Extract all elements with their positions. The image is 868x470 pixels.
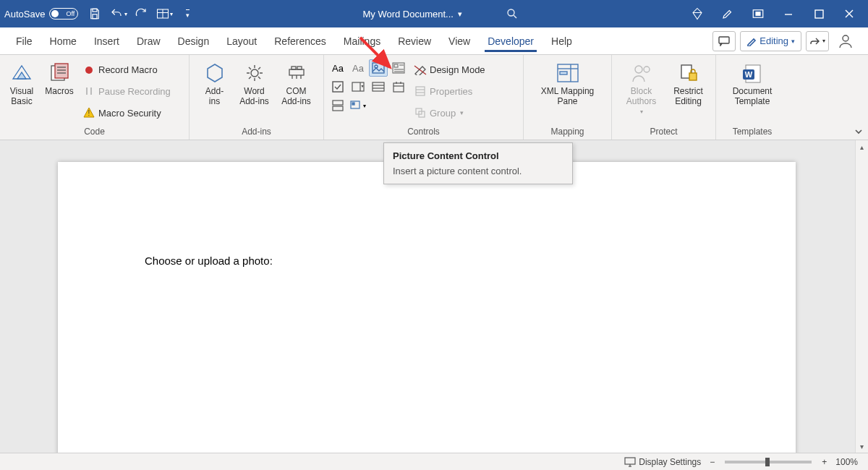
collapse-ribbon-icon[interactable] [854,127,864,137]
table-icon[interactable]: ▾ [153,3,175,25]
document-area: Choose or upload a photo: [0,140,855,453]
tab-review[interactable]: Review [389,27,440,54]
tab-developer[interactable]: Developer [479,27,542,54]
tooltip-body: Insert a picture content control. [393,166,563,176]
document-page[interactable]: Choose or upload a photo: [58,162,796,453]
comments-button[interactable] [712,31,736,51]
close-button[interactable] [835,3,864,25]
warning-icon: ! [82,106,95,119]
scroll-up-icon[interactable]: ▴ [856,140,868,153]
ribbon: Visual Basic Macros Record Macro Pause R… [0,55,868,140]
tab-layout[interactable]: Layout [218,27,265,54]
tab-file[interactable]: File [7,27,41,54]
qat-customize-icon[interactable]: ▾ [176,3,198,25]
repeating-section-icon[interactable] [328,97,347,114]
block-authors-icon [629,61,654,85]
svg-rect-1 [93,14,97,19]
word-template-icon: W [740,61,765,85]
tab-draw[interactable]: Draw [128,27,169,54]
com-addins-icon [284,61,309,85]
brush-icon[interactable] [713,3,742,25]
status-bar: Display Settings − + 100% [0,453,868,470]
save-icon[interactable] [84,3,106,25]
tab-mailings[interactable]: Mailings [335,27,389,54]
ribbon-mode-icon[interactable] [744,3,773,25]
zoom-in-button[interactable]: + [822,457,827,467]
gear-icon [242,61,267,85]
svg-text:W: W [745,70,753,79]
svg-rect-39 [333,82,343,92]
dropdown-control-icon[interactable] [369,78,388,95]
svg-point-64 [644,67,650,72]
redo-icon[interactable] [130,3,152,25]
pencil-icon [746,36,757,46]
zoom-slider[interactable] [725,461,812,463]
svg-rect-62 [560,72,567,74]
chevron-down-icon: ▾ [458,9,462,19]
zoom-level[interactable]: 100% [835,457,858,467]
tab-insert[interactable]: Insert [85,27,128,54]
legacy-tools-icon[interactable]: ▾ [349,97,367,114]
com-addins-button[interactable]: COM Add-ins [276,58,318,125]
search-icon[interactable] [506,7,519,20]
lock-icon [676,61,701,85]
group-button: Group▾ [412,104,501,121]
svg-rect-35 [394,64,398,67]
diamond-icon[interactable] [683,3,712,25]
account-icon[interactable] [833,33,858,49]
svg-rect-14 [719,37,729,43]
undo-icon[interactable]: ▾ [107,3,129,25]
macros-button[interactable]: Macros [41,58,78,125]
rich-text-control-icon[interactable]: Aa [328,59,347,77]
svg-point-25 [251,69,258,77]
scroll-down-icon[interactable]: ▾ [856,440,868,453]
tooltip-title: Picture Content Control [393,150,563,161]
display-settings-button[interactable]: Display Settings [624,457,701,467]
svg-rect-17 [55,64,68,78]
document-title[interactable]: My Word Document... ▾ [362,9,461,20]
tab-references[interactable]: References [265,27,335,54]
maximize-button[interactable] [804,3,833,25]
pause-recording-button: Pause Recording [81,82,176,100]
xml-mapping-button[interactable]: XML Mapping Pane [532,58,604,125]
monitor-icon [624,457,636,467]
macro-security-button[interactable]: !Macro Security [81,104,176,121]
svg-text:!: ! [88,109,90,117]
minimize-button[interactable] [774,3,803,25]
svg-rect-71 [625,458,635,464]
editing-mode-button[interactable]: Editing ▾ [740,31,801,51]
restrict-editing-button[interactable]: Restrict Editing [666,58,711,125]
hexagon-icon [203,61,227,85]
design-mode-button[interactable]: Design Mode [412,61,501,79]
ribbon-group-templates: WDocument Template Templates [716,55,788,140]
group-icon [414,106,427,119]
svg-point-5 [508,9,514,16]
plain-text-control-icon[interactable]: Aa [349,59,367,77]
combobox-control-icon[interactable] [349,78,367,95]
tab-help[interactable]: Help [542,27,581,54]
svg-rect-50 [333,106,343,111]
zoom-out-button[interactable]: − [710,457,715,467]
document-template-button[interactable]: WDocument Template [721,58,783,125]
svg-rect-26 [289,69,304,75]
record-macro-button[interactable]: Record Macro [81,61,176,79]
document-body-text[interactable]: Choose or upload a photo: [145,255,273,267]
checkbox-control-icon[interactable] [328,78,347,95]
tab-home[interactable]: Home [41,27,85,54]
autosave-control[interactable]: AutoSave Off [4,8,78,20]
block-authors-button[interactable]: Block Authors▾ [617,58,666,125]
xml-pane-icon [556,61,580,85]
picture-content-control-button[interactable] [369,59,388,77]
autosave-toggle[interactable]: Off [49,8,78,20]
date-picker-control-icon[interactable] [389,78,408,95]
tab-design[interactable]: Design [169,27,218,54]
tab-view[interactable]: View [440,27,479,54]
visual-basic-button[interactable]: Visual Basic [3,58,41,125]
record-icon [82,64,95,77]
addins-button[interactable]: Add- ins [196,58,234,125]
building-block-control-icon[interactable] [389,59,408,77]
properties-button: Properties [412,82,501,100]
vertical-scrollbar[interactable]: ▴ ▾ [855,140,868,453]
share-button[interactable]: ▾ [806,31,829,51]
word-addins-button[interactable]: Word Add-ins [234,58,276,125]
